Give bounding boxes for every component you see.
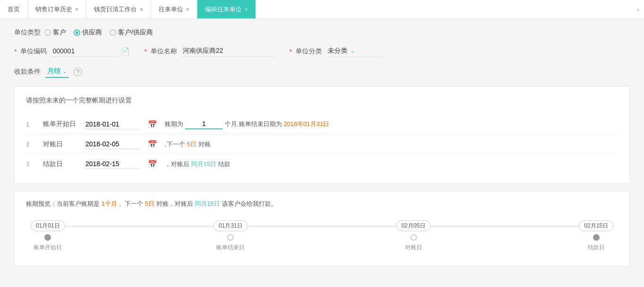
row-2-date-input[interactable] <box>84 139 140 149</box>
tab-home-label: 首页 <box>8 5 20 14</box>
settings-card: 请按照未来的一个完整帐期进行设置 1 账单开始日 📅 账期为 个月,账单结束日期… <box>14 86 630 184</box>
timeline-points: 01月01日 账单开始日 01月31日 账单结束日 02月05日 对账日 02月… <box>31 220 613 252</box>
row-2-desc-prefix: ,下一个 <box>165 140 185 149</box>
timeline-date-2: 02月05日 <box>396 220 431 231</box>
preview-suffix: 该客户会给我打款。 <box>222 200 277 207</box>
timeline-point-1: 01月31日 账单结束日 <box>213 220 248 252</box>
timeline: 01月01日 账单开始日 01月31日 账单结束日 02月05日 对账日 02月… <box>26 220 618 252</box>
unit-type-row: 单位类型 客户 供应商 客户/供应商 <box>14 28 630 37</box>
row-3-desc-prefix: ，对账后 <box>165 160 189 169</box>
unit-info-row: * 单位编码 📄 * 单位名称 * 单位分类 未分类 ⌄ <box>14 45 630 57</box>
radio-customer[interactable]: 客户 <box>44 28 66 37</box>
preview-mid2: 对账，对账后 <box>156 200 193 207</box>
tab-contacts-close[interactable]: × <box>186 6 189 13</box>
row-1-label: 账单开始日 <box>43 120 76 128</box>
timeline-point-2: 02月05日 对账日 <box>396 220 431 252</box>
unit-code-star: * <box>14 48 17 55</box>
unit-name-field: * 单位名称 <box>144 46 275 57</box>
timeline-point-0: 01月01日 账单开始日 <box>31 220 65 252</box>
row-1-desc: 账期为 个月,账单结束日期为 2018年01月31日 <box>165 119 329 129</box>
radio-both-label: 客户/供应商 <box>118 28 153 37</box>
unit-type-label: 单位类型 <box>14 28 41 37</box>
row-3-date-input[interactable] <box>84 159 140 169</box>
preview-prefix: 账期预览：当前客户账期是 <box>26 200 100 207</box>
row-2-cal-icon[interactable]: 📅 <box>148 140 157 149</box>
tab-sales-history-close[interactable]: × <box>75 6 78 13</box>
preview-highlight1: 1个月， <box>102 200 123 207</box>
preview-section: 账期预览：当前客户账期是 1个月， 下一个 5日 对账，对账后 同月15日 该客… <box>14 191 630 266</box>
preview-mid1: 下一个 <box>125 200 143 207</box>
row-2-num: 2 <box>26 141 35 148</box>
unit-code-field: * 单位编码 📄 <box>14 46 130 57</box>
tab-cash-work[interactable]: 钱货日清工作台 × <box>86 0 151 18</box>
row-1-desc-prefix: 账期为 <box>165 120 183 128</box>
tab-edit-contacts-label: 编辑往来单位 <box>205 5 242 14</box>
payment-row: 收款条件 月结 ⌄ ? <box>14 66 630 78</box>
payment-label: 收款条件 <box>14 68 41 76</box>
timeline-point-3: 02月15日 结款日 <box>579 220 613 252</box>
unit-category-field: * 单位分类 未分类 ⌄ <box>289 45 382 57</box>
unit-category-select[interactable]: 未分类 ⌄ <box>326 45 382 57</box>
card-title: 请按照未来的一个完整帐期进行设置 <box>26 96 618 105</box>
radio-supplier-circle <box>74 29 80 36</box>
row-3-cal-icon[interactable]: 📅 <box>148 160 157 169</box>
settings-row-3: 3 结款日 📅 ，对账后 同月15日 结款 <box>26 154 618 174</box>
timeline-label-2: 对账日 <box>405 244 422 252</box>
tab-contacts-label: 往来单位 <box>159 5 183 14</box>
row-1-num: 1 <box>26 121 35 128</box>
tab-cash-work-close[interactable]: × <box>140 6 143 13</box>
row-1-highlight: 2018年01月31日 <box>284 120 330 128</box>
timeline-date-0: 01月01日 <box>31 220 65 231</box>
unit-category-star: * <box>289 48 292 55</box>
tab-sales-history-label: 销售订单历史 <box>35 5 72 14</box>
unit-name-label: 单位名称 <box>151 47 177 56</box>
timeline-label-3: 结款日 <box>588 244 605 252</box>
row-3-desc-suffix: 结款 <box>218 160 230 169</box>
tab-edit-contacts-close[interactable]: × <box>245 6 248 13</box>
row-3-desc: ，对账后 同月15日 结款 <box>165 160 230 169</box>
tab-sales-history[interactable]: 销售订单历史 × <box>28 0 86 18</box>
timeline-dot-3 <box>593 234 600 241</box>
tab-cash-work-label: 钱货日清工作台 <box>94 5 137 14</box>
payment-help-icon[interactable]: ? <box>74 68 82 76</box>
row-1-desc-suffix: 个月,账单结束日期为 <box>225 120 282 128</box>
tab-overflow-arrow[interactable]: › <box>632 0 644 18</box>
tab-edit-contacts[interactable]: 编辑往来单位 × <box>197 0 256 18</box>
tab-home[interactable]: 首页 <box>0 0 28 18</box>
timeline-date-1: 01月31日 <box>213 220 248 231</box>
row-1-date-input[interactable] <box>84 119 140 129</box>
radio-supplier-label: 供应商 <box>82 28 102 37</box>
tab-contacts[interactable]: 往来单位 × <box>151 0 197 18</box>
unit-name-input[interactable] <box>181 46 275 57</box>
radio-supplier[interactable]: 供应商 <box>74 28 102 37</box>
main-content: 单位类型 客户 供应商 客户/供应商 * 单位编码 <box>0 19 644 287</box>
unit-code-copy-icon[interactable]: 📄 <box>120 47 130 56</box>
row-3-label: 结款日 <box>43 160 76 169</box>
row-2-highlight: 5日 <box>187 140 196 149</box>
radio-customer-label: 客户 <box>53 28 66 37</box>
timeline-dot-2 <box>410 234 417 241</box>
tab-bar: 首页 销售订单历史 × 钱货日清工作台 × 往来单位 × 编辑往来单位 × › <box>0 0 644 19</box>
radio-both[interactable]: 客户/供应商 <box>110 28 153 37</box>
preview-text: 账期预览：当前客户账期是 1个月， 下一个 5日 对账，对账后 同月15日 该客… <box>26 199 618 209</box>
radio-both-circle <box>110 29 116 36</box>
unit-code-input[interactable] <box>51 46 117 57</box>
row-3-highlight: 同月15日 <box>191 160 216 169</box>
period-input[interactable] <box>185 119 223 129</box>
row-2-desc-suffix: 对账 <box>198 140 211 149</box>
payment-select[interactable]: 月结 ⌄ <box>45 66 69 78</box>
row-2-desc: ,下一个 5日 对账 <box>165 140 211 149</box>
payment-select-arrow-icon: ⌄ <box>62 68 67 75</box>
row-3-num: 3 <box>26 160 35 168</box>
row-2-label: 对账日 <box>43 140 76 149</box>
unit-name-star: * <box>144 48 146 55</box>
row-1-cal-icon[interactable]: 📅 <box>148 120 157 129</box>
help-question-mark: ? <box>76 69 79 75</box>
unit-category-value: 未分类 <box>328 47 347 55</box>
timeline-dot-1 <box>227 234 234 241</box>
timeline-dot-0 <box>44 234 51 241</box>
timeline-label-0: 账单开始日 <box>34 244 62 252</box>
unit-category-label: 单位分类 <box>296 47 322 56</box>
unit-category-arrow-icon: ⌄ <box>350 48 355 54</box>
unit-type-field: 单位类型 客户 供应商 客户/供应商 <box>14 28 153 37</box>
